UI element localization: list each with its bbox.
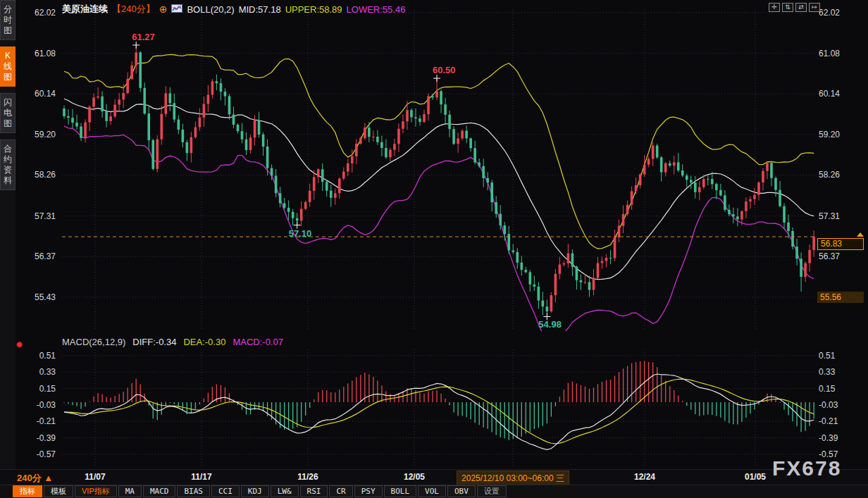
main-chart-layer bbox=[63, 45, 815, 343]
macd-label: MACD(26,12,9) bbox=[62, 337, 125, 347]
scale-horizontal-icon[interactable]: ⇄ bbox=[795, 3, 807, 12]
macd-header: MACD(26,12,9) DIFF:-0.34 DEA:-0.30 MACD:… bbox=[62, 337, 283, 347]
toolbar-button-指标[interactable]: 指标 bbox=[13, 485, 42, 497]
sidebar-tab-1[interactable]: 分时图 bbox=[0, 0, 16, 40]
price-annotation: 57.10 bbox=[289, 228, 312, 239]
macd-layer bbox=[64, 361, 814, 450]
current-price-badge: 56.83 bbox=[817, 238, 864, 250]
date-tick: 11/07 bbox=[85, 472, 105, 482]
sidebar-tab-2[interactable]: K线图 bbox=[0, 46, 16, 87]
x-axis-row: 240分 ▲ 2025/12/10 03:00~06:00 三 11/0711/… bbox=[0, 469, 868, 485]
trading-app: 61.2760.5057.1054.98 分时图K线图闪电图合约资料 美原油连续… bbox=[0, 0, 868, 498]
macd-axis-label: 0.33 bbox=[819, 367, 835, 377]
toolbar-button-kdj[interactable]: KDJ bbox=[241, 485, 269, 497]
symbol-name: 美原油连续 bbox=[62, 3, 108, 15]
price-annotation: 60.50 bbox=[433, 65, 456, 75]
toolbar-button-设置[interactable]: 设置 bbox=[477, 485, 507, 497]
toolbar-button-bias[interactable]: BIAS bbox=[177, 485, 210, 497]
pan-right-icon[interactable]: ↦ bbox=[809, 3, 820, 12]
boll-mid-line bbox=[64, 99, 814, 279]
boll-mid-value: MID:57.18 bbox=[239, 4, 281, 15]
title-bar: 美原油连续 【240分】 ⊕ BOLL(20,2) MID:57.18 UPPE… bbox=[62, 3, 405, 15]
toolbar-button-vip指标[interactable]: VIP指标 bbox=[75, 485, 117, 497]
macd-dea-value: DEA:-0.30 bbox=[183, 337, 225, 347]
add-indicator-icon[interactable]: ⊕ bbox=[159, 4, 168, 15]
price-axis-label: 56.37 bbox=[819, 251, 840, 261]
toolbar-button-obv[interactable]: OBV bbox=[447, 485, 476, 497]
boll-upper-line bbox=[64, 54, 814, 249]
toolbar-button-rsi[interactable]: RSI bbox=[300, 485, 328, 497]
date-tick: 12/05 bbox=[404, 472, 425, 482]
date-tick: 12/24 bbox=[634, 472, 655, 482]
price-annotation: 61.27 bbox=[132, 32, 155, 42]
dea-line bbox=[64, 379, 814, 444]
price-up-arrow-icon bbox=[857, 232, 864, 237]
toolbar-button-psy[interactable]: PSY bbox=[354, 485, 383, 497]
price-axis-label: 59.20 bbox=[819, 130, 840, 139]
toolbar-button-lw[interactable]: LW& bbox=[271, 485, 299, 497]
chart-canvas[interactable]: 61.2760.5057.1054.98 bbox=[0, 0, 868, 498]
period-label[interactable]: 【240分】 bbox=[112, 3, 155, 15]
price-annotation: 54.98 bbox=[538, 319, 562, 330]
fx678-watermark: FX678 bbox=[772, 456, 841, 480]
period-selector[interactable]: 240分 ▲ bbox=[17, 472, 53, 485]
scale-vertical-icon[interactable]: ⇅ bbox=[782, 3, 793, 12]
boll-label: BOLL(20,2) bbox=[187, 4, 234, 15]
chart-type-icon[interactable] bbox=[171, 4, 182, 15]
boll-lower-value: LOWER:55.46 bbox=[347, 4, 406, 15]
price-axis-label: 58.26 bbox=[819, 170, 840, 180]
toolbar-button-cci[interactable]: CCI bbox=[211, 485, 240, 497]
toolbar-button-macd[interactable]: MACD bbox=[143, 485, 176, 497]
macd-axis-label: -0.39 bbox=[819, 433, 838, 443]
indicator-toolbar: 指标模板VIP指标MAMACDBIASCCIKDJLW&RSICRPSYBOLL… bbox=[0, 485, 868, 498]
date-tick: 01/05 bbox=[745, 472, 766, 482]
toolbar-button-vol[interactable]: VOL bbox=[418, 485, 446, 497]
macd-axis-label: -0.03 bbox=[819, 400, 838, 410]
indicator-target-icon[interactable]: ✹ bbox=[16, 340, 23, 350]
macd-macd-value: MACD:-0.07 bbox=[232, 337, 283, 347]
date-tick: 11/26 bbox=[297, 472, 318, 482]
boll-upper-value: UPPER:58.89 bbox=[285, 4, 342, 15]
low-price-badge: 55.56 bbox=[817, 292, 864, 303]
diff-line bbox=[64, 374, 814, 449]
toolbar-button-cr[interactable]: CR bbox=[329, 485, 352, 497]
macd-diff-value: DIFF:-0.34 bbox=[132, 337, 176, 347]
date-tick: 11/17 bbox=[191, 472, 211, 482]
toolbar-button-ma[interactable]: MA bbox=[118, 485, 142, 497]
macd-axis-label: 0.51 bbox=[819, 351, 835, 361]
toolbar-button-boll[interactable]: BOLL bbox=[384, 485, 417, 497]
price-axis-label: 60.14 bbox=[819, 89, 840, 99]
sidebar: 分时图K线图闪电图合约资料 bbox=[0, 0, 16, 485]
macd-axis-label: 0.15 bbox=[819, 384, 835, 394]
price-axis-label: 61.08 bbox=[819, 49, 840, 58]
price-axis-label: 62.02 bbox=[819, 8, 840, 18]
toolbar-button-模板[interactable]: 模板 bbox=[44, 485, 73, 497]
boll-lower-line bbox=[64, 126, 814, 342]
chart-tool-icons: ✛⇅⇄↦ bbox=[769, 3, 820, 12]
crosshair-icon[interactable]: ✛ bbox=[769, 3, 780, 12]
sidebar-tab-3[interactable]: 闪电图 bbox=[0, 93, 16, 133]
sidebar-tab-4[interactable]: 合约资料 bbox=[0, 139, 16, 190]
price-axis-label: 57.31 bbox=[819, 211, 840, 221]
macd-axis-label: -0.21 bbox=[819, 416, 838, 426]
